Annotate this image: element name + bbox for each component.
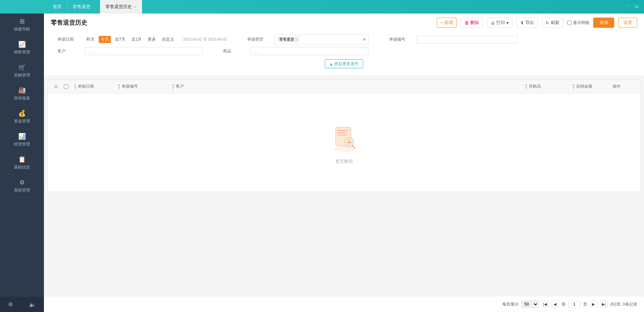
volume-icon[interactable]: 🔈 (29, 301, 36, 308)
collapse-label: 收起更多条件 (334, 61, 359, 67)
sidebar-item-quick-nav[interactable]: ⊞ 快捷导航 (0, 14, 44, 37)
prev-page-button[interactable]: ◀ (551, 300, 559, 308)
sidebar-item-operation[interactable]: 📊 经营管理 (0, 129, 44, 152)
th-guide[interactable]: ▲▼ 导购员 (522, 84, 569, 90)
sort-customer-icon: ▲▼ (172, 84, 175, 90)
type-tag: 零售退货 × (277, 37, 300, 42)
type-filter-select[interactable]: 零售退货 × ▾ (274, 35, 369, 44)
table-container: ⚙ ▲▼ 单据日期 ▲▼ 单据编号 ▲▼ 客户 ▲▼ 导购员 ▲▼ (47, 80, 641, 192)
refresh-icon: ↻ (546, 20, 549, 25)
toolbar: + 新增 🗑 删除 🖨 打印 ▾ ⬆ 导出 ↻ 刷新 (437, 18, 637, 28)
th-date[interactable]: ▲▼ 单据日期 (71, 84, 115, 90)
sidebar-item-label: 经营管理 (14, 141, 30, 147)
display-detail-checkbox[interactable] (567, 21, 572, 25)
operation-icon: 📊 (18, 133, 26, 140)
sidebar-item-label: 基础信息 (14, 164, 30, 170)
empty-state: 暂无数据 (48, 93, 640, 192)
inventory-icon: 🏭 (18, 87, 26, 94)
sidebar-item-label: 库存核算 (14, 95, 30, 101)
settings-bottom-icon[interactable]: ⚙ (8, 301, 13, 308)
last-page-button[interactable]: ▶| (600, 300, 607, 308)
delete-button[interactable]: 🗑 删除 (461, 18, 483, 28)
th-action: 操作 (610, 84, 637, 89)
number-filter-label: 单据编号 (389, 37, 409, 42)
sidebar-item-finance[interactable]: 💰 资金管理 (0, 106, 44, 129)
per-page-label: 每页显示 (502, 302, 519, 307)
sort-guide-icon: ▲▼ (525, 84, 528, 90)
tab-retail-return-history[interactable]: 零售退货历史 × (100, 0, 142, 14)
quick-nav-icon: ⊞ (20, 18, 25, 25)
page-label: 第 (562, 302, 566, 307)
page-header: 零售退货历史 + 新增 🗑 删除 🖨 打印 ▾ ⬆ 导出 ↻ (44, 14, 644, 76)
svg-point-0 (334, 147, 354, 152)
basic-icon: 📋 (18, 156, 26, 163)
filter-area: 单据日期 昨天 今天 近7天 近1月 更多 自定义 2023-06-02 至 2… (51, 31, 637, 76)
page-header-top: 零售退货历史 + 新增 🗑 删除 🖨 打印 ▾ ⬆ 导出 ↻ (51, 18, 637, 31)
number-filter-input[interactable] (416, 36, 518, 44)
date-more[interactable]: 更多 (146, 36, 158, 43)
sort-number-icon: ▲▼ (118, 84, 121, 90)
select-all-checkbox-wrapper[interactable] (61, 84, 71, 89)
sidebar-item-system[interactable]: ⚙ 系统管理 (0, 175, 44, 198)
main-content: 零售退货历史 + 新增 🗑 删除 🖨 打印 ▾ ⬆ 导出 ↻ (44, 14, 644, 312)
th-customer[interactable]: ▲▼ 客户 (169, 84, 522, 90)
display-detail-label: 显示明细 (573, 20, 589, 26)
sales-icon: 📈 (18, 41, 26, 48)
sidebar-item-purchase[interactable]: 🛒 采购管理 (0, 60, 44, 83)
goods-filter-label: 商品 (223, 48, 243, 54)
filter-row-1: 单据日期 昨天 今天 近7天 近1月 更多 自定义 2023-06-02 至 2… (57, 35, 630, 44)
close-tab-history-icon[interactable]: × (134, 5, 136, 9)
page-summary: 共0页, 0条记录 (610, 302, 637, 307)
collapse-button[interactable]: ▲ 收起更多条件 (325, 59, 363, 68)
date-7days[interactable]: 近7天 (113, 36, 127, 43)
date-yesterday[interactable]: 昨天 (85, 36, 97, 43)
empty-text: 暂无数据 (335, 158, 353, 164)
customer-filter-label: 客户 (57, 48, 78, 54)
sidebar-item-label: 系统管理 (14, 187, 30, 193)
query-button[interactable]: 查询 (593, 18, 614, 28)
date-1month[interactable]: 近1月 (129, 36, 144, 43)
empty-icon (327, 120, 361, 154)
sidebar-item-label: 快捷导航 (14, 26, 30, 32)
sidebar-bottom: ⚙ 🔈 (0, 297, 44, 312)
per-page-select[interactable]: 50 10 20 100 (521, 300, 539, 308)
tab-home[interactable]: 首页 (47, 0, 67, 14)
export-button[interactable]: ⬆ 导出 (517, 18, 538, 28)
date-today[interactable]: 今天 (99, 36, 111, 43)
pagination: 每页显示 50 10 20 100 |◀ ◀ 第 1 页 ▶ ▶| 共0页, 0… (44, 296, 644, 312)
tab-retail-return[interactable]: 零售退货 × (67, 0, 100, 14)
sidebar-item-sales[interactable]: 📈 销售管理 (0, 37, 44, 60)
customer-dots: ... (89, 49, 92, 53)
next-page-button[interactable]: ▶ (590, 300, 597, 308)
svg-rect-4 (337, 135, 347, 136)
print-icon: 🖨 (491, 20, 495, 25)
delete-icon: 🗑 (464, 20, 469, 25)
th-number[interactable]: ▲▼ 单据编号 (115, 84, 169, 90)
page-unit: 页 (583, 302, 587, 307)
customer-filter-select[interactable]: ... (85, 47, 203, 55)
page-number-input[interactable]: 1 (568, 301, 580, 308)
goods-filter-select[interactable]: ... (250, 47, 368, 55)
print-button[interactable]: 🖨 打印 ▾ (487, 18, 512, 28)
date-custom[interactable]: 自定义 (160, 36, 176, 43)
th-amount[interactable]: ▲▼ 实销金额 (569, 84, 610, 90)
setting-button[interactable]: 设置 (618, 18, 637, 28)
first-page-button[interactable]: |◀ (541, 300, 549, 308)
print-arrow-icon: ▾ (506, 20, 509, 25)
filter-row-2: 客户 ... 商品 ... (57, 47, 630, 55)
sidebar-item-basic[interactable]: 📋 基础信息 (0, 152, 44, 175)
date-range-display: 2023-06-02 至 2023-06-02 (183, 37, 227, 42)
type-tag-remove-icon[interactable]: × (295, 38, 297, 42)
sidebar-item-inventory[interactable]: 🏭 库存核算 (0, 83, 44, 106)
page-title: 零售退货历史 (51, 19, 87, 27)
column-settings-icon[interactable]: ⚙ (51, 84, 61, 89)
display-detail-toggle[interactable]: 显示明细 (567, 20, 589, 26)
export-icon: ⬆ (520, 20, 524, 25)
sort-amount-icon: ▲▼ (572, 84, 575, 90)
table-header: ⚙ ▲▼ 单据日期 ▲▼ 单据编号 ▲▼ 客户 ▲▼ 导购员 ▲▼ (48, 80, 640, 93)
select-all-checkbox[interactable] (64, 84, 68, 89)
sidebar-item-label: 采购管理 (14, 72, 30, 78)
new-button[interactable]: + 新增 (437, 18, 457, 28)
refresh-button[interactable]: ↻ 刷新 (542, 18, 563, 28)
close-tab-retail-return-icon[interactable]: × (92, 5, 94, 9)
